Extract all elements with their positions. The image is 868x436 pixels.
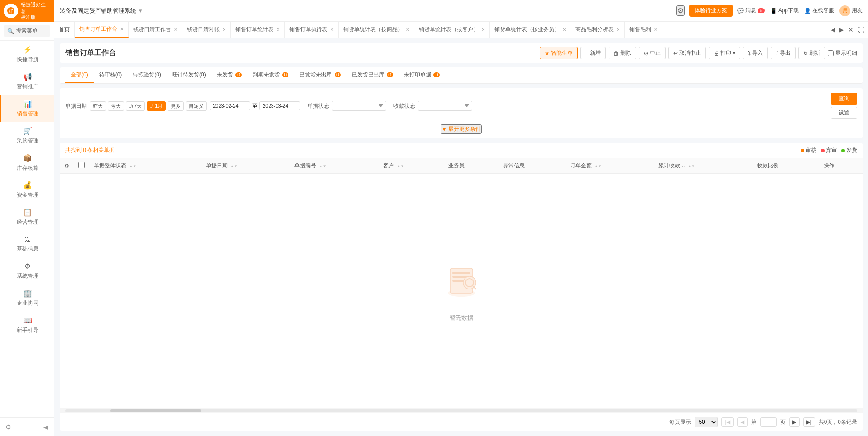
date-btn-yesterday[interactable]: 昨天: [90, 101, 106, 111]
col-status[interactable]: 单据整体状态 ▲▼: [89, 158, 201, 174]
tab-close-sales-order-workbench[interactable]: ✕: [120, 27, 124, 32]
experience-btn[interactable]: 体验行业方案: [689, 5, 733, 17]
select-all-checkbox[interactable]: [78, 162, 85, 168]
sidebar-item-enterprise[interactable]: 🏢 企业协同: [0, 284, 54, 312]
tab-cash-reconcile[interactable]: 钱货日清对账 ✕: [182, 22, 231, 38]
refresh-button[interactable]: ↻ 刷新: [798, 47, 825, 59]
filter-tab-not-printed[interactable]: 未打印单据 0: [398, 67, 445, 83]
sidebar-item-purchase[interactable]: 🛒 采购管理: [0, 122, 54, 149]
date-to-input[interactable]: [259, 101, 300, 110]
add-button[interactable]: + 新增: [580, 47, 606, 59]
tab-close-sales-stats-product[interactable]: ✕: [406, 27, 409, 32]
tab-product-margin[interactable]: 商品毛利分析表 ✕: [571, 22, 625, 38]
sidebar-item-finance[interactable]: 💰 资金管理: [0, 176, 54, 204]
sidebar-item-basic-info[interactable]: 🗂 基础信息: [0, 231, 54, 257]
tab-close-sales-order-exec[interactable]: ✕: [330, 27, 334, 32]
date-btn-today[interactable]: 今天: [108, 101, 124, 111]
payment-select[interactable]: [418, 101, 472, 111]
prev-page-button[interactable]: ◀: [737, 417, 748, 427]
topbar-dropdown-arrow[interactable]: ▾: [139, 7, 142, 14]
tab-cash-daily[interactable]: 钱货日清工作台 ✕: [129, 22, 182, 38]
date-range-separator: 至: [252, 102, 258, 110]
tab-close-cash-daily[interactable]: ✕: [174, 27, 177, 32]
filter-tab-pending-review[interactable]: 待审核(0): [94, 67, 128, 83]
message-button[interactable]: 💬 消息 6: [737, 7, 765, 14]
delete-button[interactable]: 🗑 删除: [609, 47, 636, 59]
col-amount[interactable]: 订单金额 ▲▼: [566, 158, 654, 174]
review-action[interactable]: 审核: [801, 147, 816, 154]
filter-tab-shipped-not-out[interactable]: 已发货未出库 0: [294, 67, 346, 83]
sidebar-item-inventory[interactable]: 📦 库存核算: [0, 149, 54, 176]
tab-sales-stats-staff[interactable]: 销货单统计表（按业务员） ✕: [490, 22, 571, 38]
tab-home[interactable]: 首页: [54, 22, 75, 38]
date-btn-custom[interactable]: 自定义: [186, 101, 207, 111]
tab-fullscreen-button[interactable]: ⛶: [856, 25, 866, 34]
sidebar-item-marketing[interactable]: 📢 营销推广: [0, 68, 54, 95]
scrollbar-thumb[interactable]: [110, 409, 201, 412]
per-page-select[interactable]: 50 20 100: [695, 417, 718, 427]
sidebar-item-sales[interactable]: 📊 销售管理: [0, 95, 54, 122]
cancel-stop-button[interactable]: ↩ 取消中止: [668, 47, 706, 59]
tab-prev-button[interactable]: ◀: [829, 26, 837, 34]
sidebar-item-quick-nav[interactable]: ⚡ 快捷导航: [0, 41, 54, 68]
show-detail-label[interactable]: 显示明细: [828, 49, 857, 57]
tab-close-all-button[interactable]: ✕: [846, 25, 855, 34]
expand-more-button[interactable]: ▼ 展开更多条件: [441, 124, 482, 134]
filter-tab-not-shipped[interactable]: 未发货 0: [211, 67, 247, 83]
export-button[interactable]: ⤴ 导出: [771, 47, 796, 59]
filter-tab-wangpu[interactable]: 旺铺待发货(0): [167, 67, 211, 83]
search-menu-button[interactable]: 🔍 搜索菜单: [4, 25, 50, 37]
smart-create-button[interactable]: ★ 智能生单: [540, 47, 578, 59]
tab-sales-order-exec[interactable]: 销售订单执行表 ✕: [285, 22, 339, 38]
import-button[interactable]: ⤵ 导入: [743, 47, 768, 59]
tab-sales-order-stats[interactable]: 销售订单统计表 ✕: [231, 22, 285, 38]
tab-sales-stats-customer[interactable]: 销货单统计表（按客户） ✕: [414, 22, 490, 38]
tab-close-sales-stats-staff[interactable]: ✕: [562, 27, 566, 32]
ship-action[interactable]: 发货: [841, 147, 857, 154]
col-customer[interactable]: 客户 ▲▼: [379, 158, 444, 174]
sidebar-item-operations[interactable]: 📋 经营管理: [0, 204, 54, 231]
first-page-button[interactable]: |◀: [721, 417, 733, 427]
col-settings[interactable]: ⚙: [60, 158, 74, 174]
filter-tab-shipped-out[interactable]: 已发货已出库 0: [346, 67, 398, 83]
collapse-sidebar-button[interactable]: ◀: [42, 422, 50, 432]
date-from-input[interactable]: [210, 101, 250, 110]
tab-next-button[interactable]: ▶: [838, 26, 845, 34]
tab-close-sales-profit[interactable]: ✕: [654, 27, 657, 32]
query-button[interactable]: 查询: [831, 93, 857, 105]
col-number[interactable]: 单据编号 ▲▼: [290, 158, 379, 174]
column-settings-icon[interactable]: ⚙: [64, 163, 69, 169]
date-btn-more[interactable]: 更多: [168, 101, 184, 111]
col-collected[interactable]: 累计收款... ▲▼: [654, 158, 752, 174]
cancel-review-action[interactable]: 弃审: [821, 147, 837, 154]
date-btn-7days[interactable]: 近7天: [126, 101, 145, 111]
tab-sales-order-workbench[interactable]: 销售订单工作台 ✕: [75, 22, 129, 38]
tab-close-cash-reconcile[interactable]: ✕: [222, 27, 226, 32]
print-button[interactable]: 🖨 打印 ▾: [709, 47, 740, 59]
date-btn-1month[interactable]: 近1月: [147, 101, 166, 111]
sidebar-item-system[interactable]: ⚙ 系统管理: [0, 257, 54, 284]
filter-tab-overdue-not-shipped[interactable]: 到期未发货 0: [247, 67, 294, 83]
filter-tab-all[interactable]: 全部(0): [65, 67, 94, 83]
last-page-button[interactable]: ▶|: [803, 417, 815, 427]
page-input[interactable]: 1: [760, 417, 777, 427]
topbar-settings-button[interactable]: ⚙: [676, 5, 685, 16]
user-profile-button[interactable]: 用 用友: [839, 5, 863, 16]
tab-sales-profit[interactable]: 销售毛利 ✕: [625, 22, 662, 38]
tab-close-sales-stats-customer[interactable]: ✕: [481, 27, 485, 32]
settings-gear-button[interactable]: ⚙: [4, 422, 13, 432]
horizontal-scrollbar[interactable]: [60, 408, 863, 413]
tab-close-sales-order-stats[interactable]: ✕: [276, 27, 280, 32]
col-date[interactable]: 单据日期 ▲▼: [201, 158, 290, 174]
show-detail-checkbox[interactable]: [828, 50, 834, 56]
tab-sales-stats-product[interactable]: 销货单统计表（按商品） ✕: [339, 22, 414, 38]
sidebar-item-guide[interactable]: 📖 新手引导: [0, 312, 54, 339]
tab-close-product-margin[interactable]: ✕: [616, 27, 620, 32]
next-page-button[interactable]: ▶: [789, 417, 800, 427]
app-download-button[interactable]: 📱 App下载: [770, 7, 799, 14]
stop-button[interactable]: ⊘ 中止: [639, 47, 666, 59]
status-select[interactable]: [332, 101, 386, 111]
online-service-button[interactable]: 👤 在线客服: [804, 7, 834, 14]
search-settings-button[interactable]: 设置: [831, 107, 857, 119]
filter-tab-pending-inspect[interactable]: 待拣验货(0): [127, 67, 167, 83]
